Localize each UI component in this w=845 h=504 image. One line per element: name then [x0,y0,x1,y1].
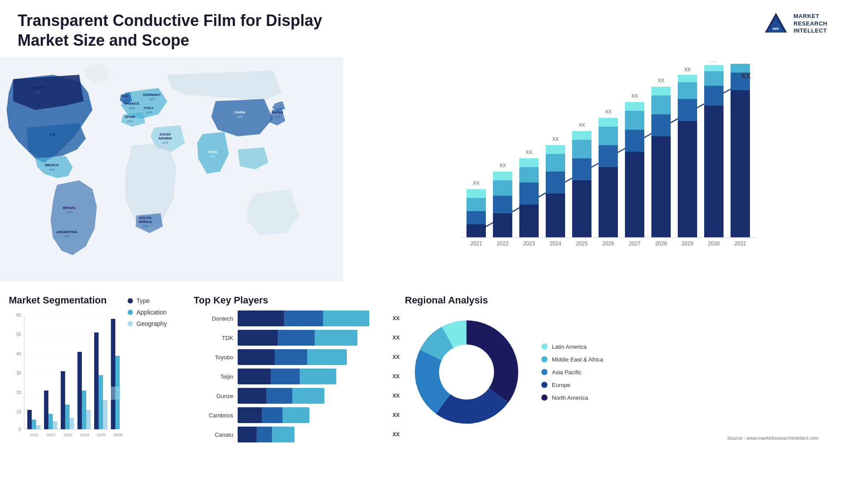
regional-legend: Latin America Middle East & Africa Asia … [541,343,603,401]
svg-rect-70 [625,130,644,152]
svg-rect-134 [86,410,91,429]
logo-icon: MRI [763,11,789,37]
svg-text:XX: XX [741,72,751,80]
svg-rect-85 [704,86,724,106]
svg-text:xx%: xx% [66,211,72,214]
svg-text:U.K.: U.K. [122,94,129,98]
svg-rect-87 [704,65,724,71]
bar-chart-section: XX XX XX XX [352,57,845,286]
svg-point-149 [440,346,493,398]
legend-europe: Europe [541,382,603,388]
svg-rect-44 [493,213,512,237]
svg-text:AFRICA: AFRICA [139,220,152,224]
svg-text:xx%: xx% [127,120,132,123]
svg-text:2025: 2025 [97,433,106,437]
svg-rect-57 [546,145,565,154]
legend-latin-america: Latin America [541,343,603,350]
svg-text:U.S.: U.S. [49,132,56,136]
svg-rect-49 [519,205,539,237]
svg-text:20: 20 [16,390,22,395]
svg-text:2031: 2031 [735,241,746,247]
legend-asia-pacific: Asia Pacific [541,369,603,376]
svg-text:MRI: MRI [773,27,779,31]
svg-rect-138 [103,400,107,429]
legend-middle-east: Middle East & Africa [541,356,603,363]
svg-rect-50 [519,183,539,205]
svg-text:ARABIA: ARABIA [158,136,172,140]
svg-text:2022: 2022 [47,433,55,437]
svg-rect-126 [53,421,57,429]
svg-text:xx%: xx% [50,137,55,140]
player-bar-wrapper: XX [238,388,387,404]
svg-rect-39 [467,224,486,237]
player-bar-wrapper: XX [238,349,387,365]
svg-rect-56 [546,154,565,172]
svg-text:2024: 2024 [550,241,562,247]
svg-rect-132 [77,352,82,429]
svg-text:JAPAN: JAPAN [272,110,283,114]
player-row-teijin: Teijin XX [194,369,387,384]
svg-rect-125 [48,414,53,429]
svg-rect-46 [493,180,512,196]
svg-rect-41 [467,198,486,211]
player-row-canatu: Canatu XX [194,427,387,442]
player-name: Cambrios [194,412,233,419]
svg-rect-136 [94,332,99,429]
player-row-toyobo: Toyobo XX [194,349,387,365]
svg-text:2029: 2029 [682,241,694,247]
donut-area: Latin America Middle East & Africa Asia … [405,310,836,434]
svg-text:0: 0 [18,427,21,432]
svg-text:CHINA: CHINA [234,110,246,114]
svg-rect-137 [99,375,103,429]
svg-text:XX: XX [711,62,717,63]
players-title: Top Key Players [194,295,387,306]
svg-rect-55 [546,172,565,194]
svg-rect-89 [731,90,750,237]
header: Transparent Conductive Film for Display … [0,0,845,57]
player-bar-wrapper: XX [238,407,387,423]
svg-text:INDIA: INDIA [208,150,217,154]
svg-rect-71 [625,111,644,130]
svg-text:XX: XX [658,78,665,83]
svg-rect-47 [493,172,512,180]
svg-text:2026: 2026 [603,241,614,247]
svg-text:XX: XX [552,136,559,142]
svg-rect-128 [61,371,65,429]
svg-rect-133 [82,391,86,429]
svg-rect-59 [572,180,592,237]
svg-rect-76 [651,95,671,114]
svg-text:2027: 2027 [629,241,641,247]
svg-text:XX: XX [579,122,585,128]
logo-area: MRI MARKET RESEARCH INTELLECT [763,11,827,37]
svg-rect-120 [27,410,32,429]
player-name: Dontech [194,315,233,322]
source-text: Source : www.marketresearchintellect.com [405,435,836,441]
regional-title: Regional Analysis [405,295,836,306]
svg-rect-77 [651,87,671,95]
svg-rect-69 [625,152,644,237]
svg-text:xx%: xx% [142,225,148,228]
svg-text:ARGENTINA: ARGENTINA [56,230,77,234]
svg-rect-51 [519,167,539,183]
svg-rect-61 [572,140,592,158]
svg-text:xx%: xx% [237,115,242,118]
player-bar-wrapper: XX [238,310,387,326]
legend-type: Type [128,297,167,304]
bar-chart-svg: XX XX XX XX [361,62,836,273]
svg-rect-42 [467,189,486,198]
svg-text:XX: XX [500,163,506,168]
svg-rect-121 [32,420,36,429]
svg-rect-81 [678,82,697,99]
svg-text:xx%: xx% [64,235,70,238]
regional-section: Regional Analysis [396,290,845,504]
svg-text:GERMANY: GERMANY [143,93,162,97]
player-name: Canatu [194,431,233,438]
svg-text:xx%: xx% [34,91,40,94]
player-bar-wrapper: XX [238,369,387,384]
svg-text:XX: XX [632,93,638,99]
svg-text:2023: 2023 [63,433,72,437]
svg-rect-86 [704,71,724,86]
svg-rect-74 [651,136,671,237]
map-svg: CANADA xx% U.S. xx% MEXICO xx% BRAZIL xx… [0,57,343,281]
players-list: Dontech XX TDK [194,310,387,442]
